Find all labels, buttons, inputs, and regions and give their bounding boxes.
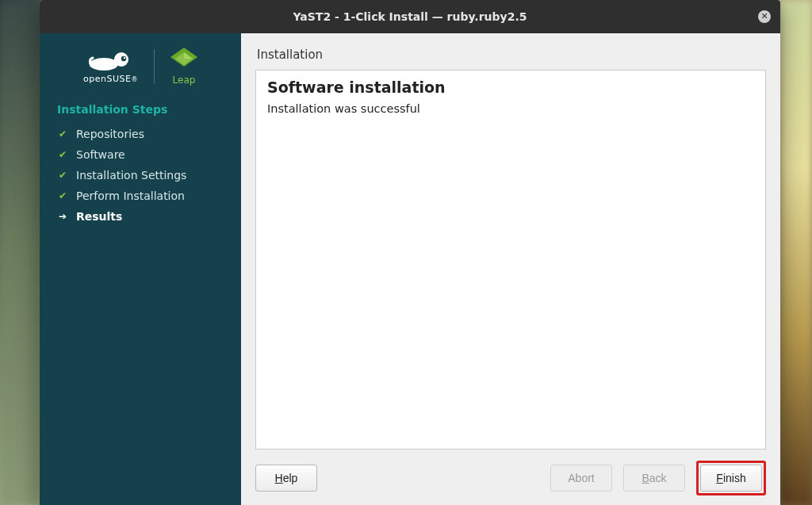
leap-label: Leap [173, 75, 196, 86]
step-software: ✔ Software [40, 144, 241, 165]
step-label: Repositories [76, 128, 144, 140]
svg-point-0 [90, 58, 118, 71]
steps-heading: Installation Steps [40, 103, 241, 124]
check-icon: ✔ [57, 170, 68, 181]
opensuse-logo: openSUSE® [83, 50, 138, 84]
step-label: Perform Installation [76, 189, 185, 202]
svg-point-3 [124, 56, 125, 58]
leap-icon [170, 48, 197, 71]
opensuse-label: openSUSE® [83, 74, 138, 84]
content-heading: Software installation [267, 78, 754, 96]
close-icon[interactable]: ✕ [758, 10, 771, 23]
logo-divider [154, 49, 155, 84]
page-title: Installation [257, 48, 766, 62]
geeko-icon [86, 50, 134, 72]
content-body: Installation was successful [267, 102, 754, 115]
button-bar: Help Abort Back Finish [255, 450, 766, 495]
step-results: ➔ Results [40, 206, 241, 227]
window-title: YaST2 - 1-Click Install — ruby.ruby2.5 [293, 10, 527, 23]
svg-point-2 [121, 55, 126, 60]
step-label: Results [76, 210, 122, 223]
step-repositories: ✔ Repositories [40, 124, 241, 144]
arrow-right-icon: ➔ [57, 211, 68, 222]
finish-highlight: Finish [696, 461, 766, 495]
titlebar: YaST2 - 1-Click Install — ruby.ruby2.5 ✕ [40, 0, 780, 33]
check-icon: ✔ [57, 149, 68, 160]
help-button[interactable]: Help [255, 465, 317, 492]
content-box: Software installation Installation was s… [255, 70, 766, 450]
check-icon: ✔ [57, 190, 68, 201]
leap-logo: Leap [170, 48, 197, 86]
step-label: Installation Settings [76, 169, 186, 182]
installer-window: YaST2 - 1-Click Install — ruby.ruby2.5 ✕… [40, 0, 780, 505]
check-icon: ✔ [57, 128, 68, 140]
step-installation-settings: ✔ Installation Settings [40, 165, 241, 186]
desktop-background-left [0, 0, 40, 505]
sidebar: openSUSE® Leap Installation Steps ✔ Repo… [40, 33, 241, 505]
finish-button[interactable]: Finish [700, 465, 762, 492]
back-button: Back [623, 465, 685, 492]
step-perform-installation: ✔ Perform Installation [40, 186, 241, 206]
abort-button: Abort [550, 465, 612, 492]
window-body: openSUSE® Leap Installation Steps ✔ Repo… [40, 33, 780, 505]
main-panel: Installation Software installation Insta… [241, 33, 780, 505]
step-label: Software [76, 148, 125, 161]
sidebar-logos: openSUSE® Leap [40, 48, 241, 103]
desktop-background-right [780, 0, 812, 505]
